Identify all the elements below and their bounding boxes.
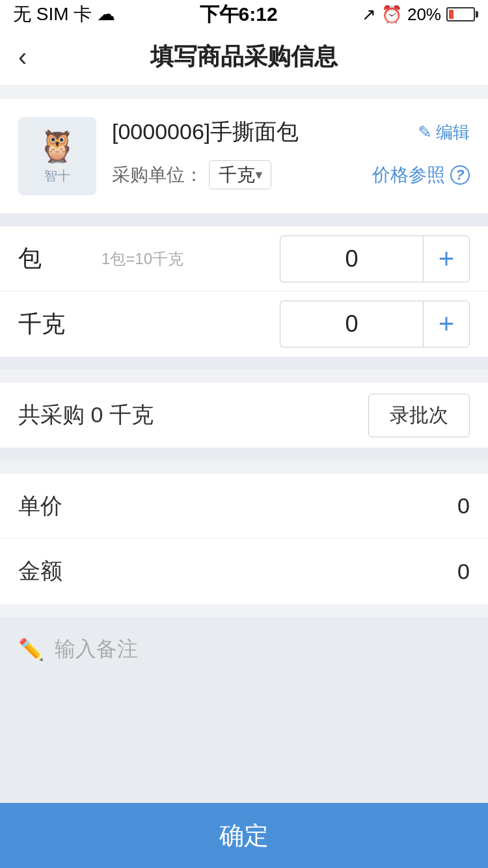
nav-bar: ‹ 填写商品采购信息 [0,29,488,86]
unit-row: 采购单位： 千克 价格参照 ? [112,160,470,189]
kg-plus-button[interactable]: + [423,301,470,347]
battery-icon [446,7,475,21]
total-text: 共采购 0 千克 [18,400,154,430]
total-unit: 千克 [109,402,154,427]
total-label: 共采购 [18,402,85,427]
bao-label: 包 [18,243,96,275]
unit-price-label: 单价 [18,491,62,521]
total-amount: 0 [90,402,109,427]
total-section: 共采购 0 千克 录批次 [0,383,488,448]
unit-price-value: 0 [457,493,470,519]
brand-text: 智十 [44,167,70,185]
kg-input-row: 千克 + [0,292,488,357]
price-ref-button[interactable]: 价格参照 ? [372,163,470,187]
divider-3 [0,448,488,461]
status-left: 无 SIM 卡 ☁ [13,2,115,27]
edit-button[interactable]: ✎ 编辑 [418,121,470,144]
unit-label: 采购单位： [112,165,203,185]
product-full-name: [0000006]手撕面包 [112,117,299,147]
product-card: 🦉 智十 [0000006]手撕面包 ✎ 编辑 采购单位： 千克 价格参照 ? [0,99,488,213]
input-section: 包 1包=10千克 + 千克 + [0,226,488,357]
pencil-icon: ✏️ [18,637,44,662]
bao-sublabel: 1包=10千克 [102,249,183,269]
status-time: 下午6:12 [200,1,278,28]
kg-input-wrapper: + [280,301,470,347]
amount-value: 0 [457,559,470,584]
batch-button[interactable]: 录批次 [368,394,470,437]
bao-input-wrapper: + [280,236,470,282]
total-row: 共采购 0 千克 录批次 [0,383,488,448]
price-ref-icon: ? [450,165,470,185]
amount-row: 金额 0 [0,539,488,604]
status-bar: 无 SIM 卡 ☁ 下午6:12 ↗ ⏰ 20% [0,0,488,29]
remark-placeholder: 输入备注 [55,635,138,664]
product-name-row: [0000006]手撕面包 ✎ 编辑 [112,117,470,147]
sim-label: 无 SIM 卡 ☁ [13,2,115,27]
page-title: 填写商品采购信息 [150,41,338,73]
unit-select[interactable]: 千克 [209,160,271,189]
kg-label: 千克 [18,308,96,340]
edit-label: 编辑 [436,121,470,144]
amount-label: 金额 [18,556,62,586]
unit-select-wrapper[interactable]: 千克 [209,160,271,189]
bao-input-row: 包 1包=10千克 + [0,226,488,292]
kg-input[interactable] [280,301,423,347]
product-owl-icon: 🦉 [38,128,77,165]
divider-1 [0,213,488,226]
bao-input[interactable] [280,236,423,282]
status-right: ↗ ⏰ 20% [362,5,475,25]
divider-2 [0,357,488,370]
bao-plus-button[interactable]: + [423,236,470,282]
unit-label-group: 采购单位： 千克 [112,160,271,189]
remark-section[interactable]: ✏️ 输入备注 [0,617,488,682]
back-button[interactable]: ‹ [18,42,27,72]
price-section: 单价 0 金额 0 [0,474,488,604]
unit-price-row: 单价 0 [0,474,488,539]
edit-icon: ✎ [418,122,432,142]
alarm-icon: ⏰ [381,5,402,25]
product-info: [0000006]手撕面包 ✎ 编辑 采购单位： 千克 价格参照 ? [112,117,470,189]
battery-percent: 20% [407,5,441,25]
location-icon: ↗ [362,5,376,25]
price-ref-label: 价格参照 [372,163,445,187]
confirm-button[interactable]: 确定 [0,803,488,868]
product-image: 🦉 智十 [18,117,96,195]
